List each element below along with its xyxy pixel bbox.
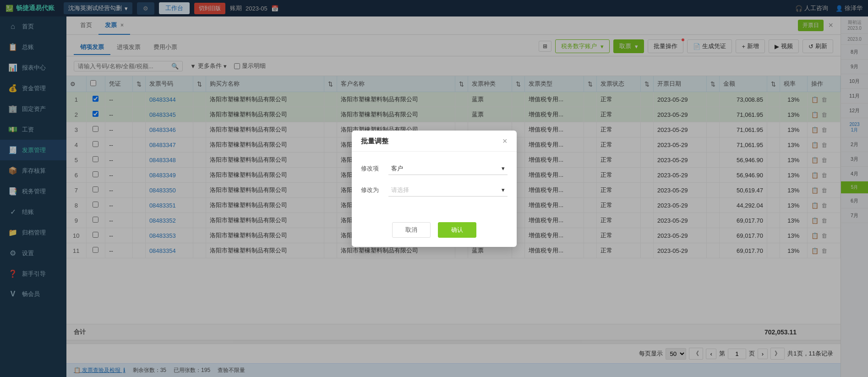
modal-overlay: 批量调整 × 修改项 客户 ▾ 修改为 请选择 ▾ 取消 确认	[0, 0, 868, 377]
modify-to-row: 修改为 请选择 ▾	[361, 184, 508, 197]
chevron-down-icon: ▾	[502, 165, 505, 172]
chevron-down-icon: ▾	[502, 186, 505, 193]
modify-field-value: 客户	[391, 164, 403, 173]
modal-title: 批量调整	[361, 137, 388, 146]
modal-body: 修改项 客户 ▾ 修改为 请选择 ▾	[352, 152, 517, 217]
modify-to-placeholder: 请选择	[391, 186, 409, 194]
modal-confirm-btn[interactable]: 确认	[438, 222, 476, 238]
modify-field-label: 修改项	[361, 164, 388, 173]
modify-field-row: 修改项 客户 ▾	[361, 163, 508, 175]
batch-adjust-modal: 批量调整 × 修改项 客户 ▾ 修改为 请选择 ▾ 取消 确认	[352, 131, 517, 247]
modify-to-select[interactable]: 请选择 ▾	[388, 184, 508, 197]
modal-footer: 取消 确认	[352, 217, 517, 247]
modal-close-btn[interactable]: ×	[502, 137, 508, 145]
modal-cancel-btn[interactable]: 取消	[392, 222, 431, 238]
modify-to-label: 修改为	[361, 186, 388, 194]
modify-field-select[interactable]: 客户 ▾	[388, 163, 508, 175]
modal-header: 批量调整 ×	[352, 131, 517, 152]
